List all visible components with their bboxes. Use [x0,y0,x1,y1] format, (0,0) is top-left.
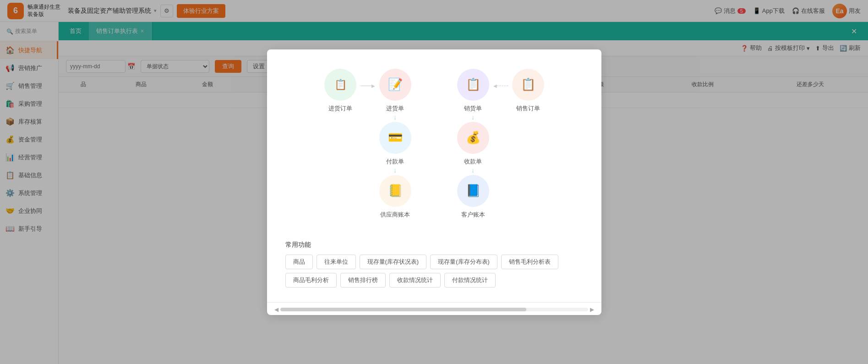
node-receipt-bill[interactable]: 💰 收款单 [457,122,489,166]
purchase-order-label: 进货订单 [328,104,352,113]
customer-ledger-icon: 📘 [457,175,489,207]
customer-ledger-label: 客户账本 [461,211,485,219]
node-supplier-ledger[interactable]: 📒 供应商账本 [379,175,411,219]
node-customer-ledger[interactable]: 📘 客户账本 [457,175,489,219]
scroll-left-button[interactable]: ◀ [274,306,278,313]
node-payment-bill[interactable]: 💳 付款单 [379,122,411,166]
supplier-ledger-label: 供应商账本 [380,211,410,219]
scroll-right-button[interactable]: ▶ [590,306,594,313]
v-arrow-3: ↓ [393,167,397,174]
scrollbar-thumb [280,308,527,311]
receipt-bill-label: 收款单 [464,158,482,166]
v-arrow-1: ↓ [393,114,397,120]
arrow-2: ◀ [493,83,508,88]
sales-order-label: 销售订单 [516,104,540,113]
sales-order-icon: 📋 [512,69,544,101]
btn-payment-stats[interactable]: 付款情况统计 [444,273,496,288]
payment-bill-icon: 💳 [379,122,411,154]
purchase-order-icon: 📋 [324,69,356,101]
sales-bill-icon: 📋 [457,69,489,101]
common-functions-section: 常用功能 商品 往来单位 现存量(库存状况表) 现存量(库存分布表) 销售毛利分… [285,241,583,288]
btn-sales-rank[interactable]: 销售排行榜 [340,273,386,288]
common-functions-title: 常用功能 [285,241,583,249]
scrollbar-track[interactable] [280,308,588,311]
btn-counterpart[interactable]: 往来单位 [317,255,356,269]
btn-goods[interactable]: 商品 [285,255,313,269]
btn-stock-status[interactable]: 现存量(库存状况表) [360,255,427,269]
btn-receipt-stats[interactable]: 收款情况统计 [389,273,441,288]
supplier-ledger-icon: 📒 [379,175,411,207]
sales-bill-label: 销货单 [464,104,482,113]
btn-stock-dist[interactable]: 现存量(库存分布表) [430,255,497,269]
flow-diagram: 📋 进货订单 ▶ 📝 进货单 [285,64,583,237]
node-purchase-bill[interactable]: 📝 进货单 [379,69,411,113]
node-purchase-order[interactable]: 📋 进货订单 [324,69,356,113]
payment-bill-label: 付款单 [386,158,404,166]
btn-goods-profit[interactable]: 商品毛利分析 [285,273,337,288]
v-arrow-2: ↓ [471,114,475,120]
node-sales-order[interactable]: 📋 销售订单 [512,69,544,113]
common-buttons: 商品 往来单位 现存量(库存状况表) 现存量(库存分布表) 销售毛利分析表 商品… [285,255,583,288]
btn-sales-profit[interactable]: 销售毛利分析表 [501,255,558,269]
purchase-bill-icon: 📝 [379,69,411,101]
modal-overlay: 📋 进货订单 ▶ 📝 进货单 [0,0,868,364]
quick-nav-modal: 📋 进货订单 ▶ 📝 进货单 [267,49,601,315]
modal-content: 📋 进货订单 ▶ 📝 进货单 [267,49,601,302]
v-arrow-4: ↓ [471,167,475,174]
svg-text:📋: 📋 [334,78,347,91]
arrow-1: ▶ [360,83,375,88]
modal-scrollbar: ◀ ▶ [267,302,601,315]
receipt-bill-icon: 💰 [457,122,489,154]
node-sales-bill[interactable]: 📋 销货单 [457,69,489,113]
purchase-bill-label: 进货单 [386,104,404,113]
